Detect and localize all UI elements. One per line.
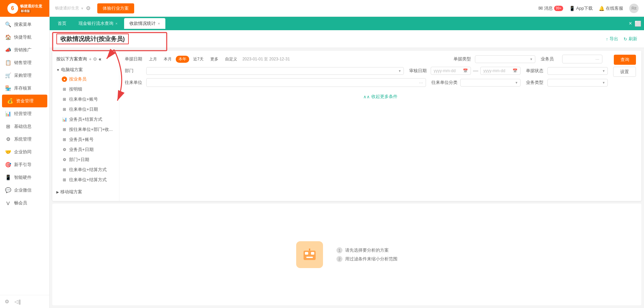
collapse-sidebar-btn[interactable]: ◁‖ — [14, 299, 21, 305]
query-actions: 查询 设置 — [613, 55, 636, 77]
sidebar-item-finance[interactable]: 💰 资金管理 — [2, 95, 47, 107]
date-tab-custom[interactable]: 自定义 — [222, 56, 240, 63]
biz-type-select[interactable]: ▾ — [547, 79, 608, 87]
refresh-icon: ↻ — [624, 37, 627, 42]
scheme-settings-btn[interactable]: ⚙ — [93, 56, 97, 62]
sidebar: 6 畅捷通好生意 标准版 🔍 搜索菜单 🏠 快捷导航 📣 营销推广 📋 销售管理… — [0, 0, 50, 308]
msg-btn[interactable]: ✉ 消息 99+ — [538, 5, 563, 11]
sidebar-item-label: 经营管理 — [14, 111, 32, 117]
doc-status-field: 单据状态 ▾ — [526, 67, 608, 75]
date-tab-more[interactable]: 更多 — [208, 56, 221, 63]
user-avatar[interactable]: Rit — [629, 4, 639, 13]
audit-date-start[interactable]: yyyy-mm-dd 📅 — [431, 67, 471, 75]
sidebar-item-collab[interactable]: 🤝 企业协同 — [0, 146, 49, 158]
scheme-collapse-btn[interactable]: « — [99, 56, 101, 62]
scheme-item-partner-settle2[interactable]: ⊞ 往来单位+结算方式 — [52, 175, 119, 185]
sidebar-item-hardware[interactable]: 📱 智能硬件 — [0, 171, 49, 184]
empty-tip-1: 1 请先选择要分析的方案 — [336, 247, 397, 253]
sidebar-item-label: 畅会员 — [14, 200, 27, 206]
refresh-btn[interactable]: ↻ 刷新 — [624, 36, 637, 42]
sidebar-item-marketing[interactable]: 📣 营销推广 — [0, 44, 49, 56]
scheme-item-partner-date[interactable]: ⊞ 往来单位+日期 — [52, 104, 119, 114]
scheme-group-desktop-header[interactable]: ▼ 电脑端方案 — [52, 65, 119, 74]
page-header: 收款情况统计(按业务员) ↑ 导出 ↻ 刷新 — [50, 30, 644, 48]
date-tab-this-year[interactable]: 本年 — [176, 56, 189, 63]
sidebar-item-purchase[interactable]: 🛒 采购管理 — [0, 69, 49, 82]
close-win-btn[interactable]: × — [629, 20, 632, 27]
scheme-item-detail[interactable]: ⊞ 按明细 — [52, 84, 119, 94]
home-icon: 🏠 — [5, 34, 11, 40]
scheme-item-dept-date[interactable]: ⚙ 部门+日期 — [52, 155, 119, 165]
date-tab-last-month[interactable]: 上月 — [146, 56, 160, 63]
query-row-1: 单据日期 上月 本月 本年 近7天 更多 自定义 — [125, 55, 608, 63]
sidebar-item-member[interactable]: V 畅会员 — [0, 197, 49, 209]
collapse-up-icon: ∧∧ — [363, 94, 370, 99]
doc-status-select[interactable]: ▾ — [547, 67, 608, 75]
sidebar-item-sales[interactable]: 📋 销售管理 — [0, 56, 49, 69]
calendar-icon: 📅 — [513, 68, 518, 73]
export-btn[interactable]: ↑ 导出 — [606, 36, 619, 42]
app-download-btn[interactable]: 📱 App下载 — [569, 5, 593, 11]
tab-bank-flow[interactable]: 现金银行流水查询 × — [73, 18, 123, 29]
partner-label: 往来单位 — [125, 80, 144, 86]
sidebar-item-guide[interactable]: 🎯 新手引导 — [0, 158, 49, 171]
tab-receipt-stats-label: 收款情况统计 — [129, 20, 156, 27]
sidebar-item-search[interactable]: 🔍 搜索菜单 — [0, 18, 49, 31]
maximize-win-btn[interactable]: ⬜ — [635, 20, 641, 27]
sidebar-item-system[interactable]: ⚙ 系统管理 — [0, 133, 49, 146]
more-dots-icon[interactable]: ··· — [419, 80, 423, 85]
date-tab-7days[interactable]: 近7天 — [191, 56, 206, 63]
scheme-item-label: 按业务员 — [69, 76, 87, 82]
scheme-item-partner-dept[interactable]: ⊞ 按往来单位+部门+收... — [52, 124, 119, 135]
solution-btn[interactable]: 体验行业方案 — [97, 3, 134, 13]
sidebar-item-label: 企业协同 — [14, 149, 32, 155]
audit-date-label: 审核日期 — [409, 68, 428, 74]
scheme-item-by-salesman[interactable]: ● 按业务员 — [52, 74, 119, 84]
tab-home[interactable]: 首页 — [52, 18, 72, 29]
collapse-label: 收起更多条件 — [371, 94, 397, 100]
sidebar-item-quicknav[interactable]: 🏠 快捷导航 — [0, 31, 49, 44]
salesman-select[interactable]: ··· — [562, 55, 602, 63]
sidebar-item-management[interactable]: 📊 经营管理 — [0, 107, 49, 120]
scheme-panel-header: 按以下方案查询 + ⚙ « — [52, 54, 119, 64]
tip-num-2: 2 — [336, 256, 342, 262]
settings-bottom-btn[interactable]: ⚙ — [5, 299, 9, 305]
app-edition: 标准版 — [20, 9, 31, 13]
query-btn[interactable]: 查询 — [614, 55, 636, 65]
sidebar-item-base-info[interactable]: ⊞ 基础信息 — [0, 120, 49, 133]
topbar-settings-icon[interactable]: ⚙ — [86, 5, 91, 11]
date-tab-this-month[interactable]: 本月 — [161, 56, 174, 63]
scheme-add-btn[interactable]: + — [89, 56, 92, 62]
sidebar-item-label: 库存核算 — [14, 85, 32, 91]
online-service-btn[interactable]: 🔔 在线客服 — [599, 5, 623, 11]
more-dots-icon[interactable]: ··· — [595, 56, 599, 62]
sidebar-item-wechat[interactable]: 💬 企业微信 — [0, 184, 49, 197]
scheme-group-mobile-header[interactable]: ▶ 移动端方案 — [52, 188, 119, 196]
scheme-item-salesman-settlement[interactable]: 📊 业务员+结算方式 — [52, 114, 119, 124]
dept-select[interactable]: ▾ — [146, 67, 404, 75]
content: 收款情况统计(按业务员) ↑ 导出 ↻ 刷新 按以下方案查询 + — [50, 30, 644, 308]
collapse-bar[interactable]: ∧∧ 收起更多条件 — [125, 91, 636, 102]
scheme-group-desktop: ▼ 电脑端方案 ● 按业务员 ⊞ 按明细 ⊞ 往来单位+账号 — [52, 64, 119, 186]
svg-rect-2 — [311, 252, 314, 255]
partner-select[interactable]: ··· — [146, 78, 426, 87]
sidebar-item-inventory[interactable]: 🏪 库存核算 — [0, 82, 49, 95]
scheme-item-salesman-account[interactable]: ⊞ 业务员+账号 — [52, 135, 119, 145]
scheme-item-partner-settle1[interactable]: ⊞ 往来单位+结算方式 — [52, 165, 119, 175]
scheme-item-partner-account[interactable]: ⊞ 往来单位+账号 — [52, 94, 119, 104]
tab-receipt-stats[interactable]: 收款情况统计 × — [124, 18, 165, 29]
empty-state: 1 请先选择要分析的方案 2 用过滤条件来缩小分析范围 — [296, 241, 397, 268]
scheme-item-salesman-date[interactable]: ⚙ 业务员+日期 — [52, 145, 119, 155]
setting-btn[interactable]: 设置 — [613, 67, 636, 77]
tab-receipt-stats-close[interactable]: × — [158, 21, 160, 25]
calendar-icon: 📅 — [463, 68, 468, 73]
doc-type-select[interactable]: ▾ — [475, 55, 535, 63]
management-icon: 📊 — [5, 111, 11, 117]
tip-num-1: 1 — [336, 247, 342, 253]
audit-end-text: yyyy-mm-dd — [483, 68, 505, 73]
svg-point-5 — [309, 247, 311, 249]
partner-type-select[interactable]: ▾ — [460, 79, 521, 87]
audit-date-end[interactable]: yyyy-mm-dd 📅 — [480, 67, 521, 75]
tab-bank-flow-close[interactable]: × — [115, 21, 117, 25]
svg-rect-6 — [302, 253, 304, 257]
